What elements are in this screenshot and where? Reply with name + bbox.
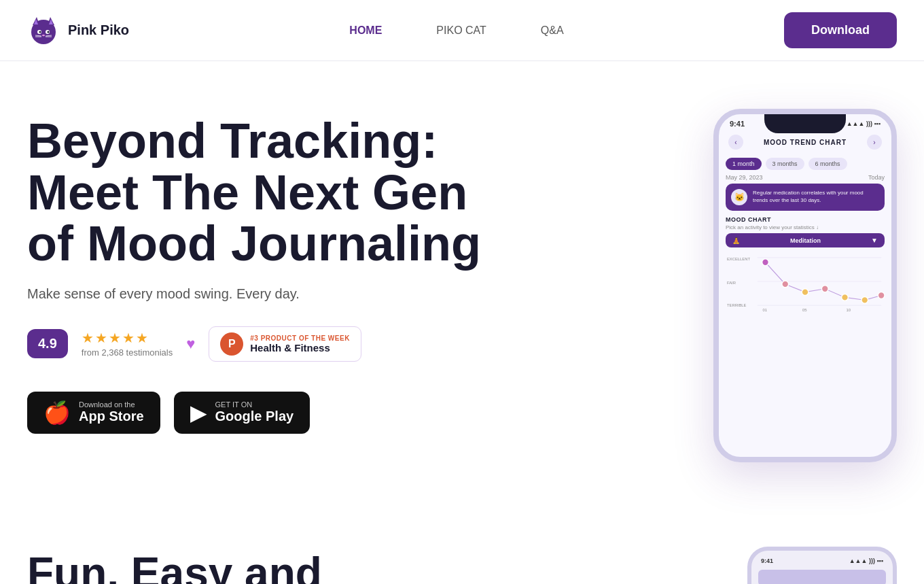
svg-point-26 — [878, 292, 885, 299]
svg-point-24 — [842, 294, 849, 301]
download-buttons: 🍎 Download on the App Store ▶ GET IT ON … — [27, 392, 481, 434]
nav-link-home[interactable]: HOME — [349, 24, 382, 37]
mood-trend-header: ‹ MOOD TREND CHART › — [726, 131, 885, 154]
product-hunt-logo: P — [220, 332, 243, 356]
svg-text:TERRIBLE: TERRIBLE — [727, 303, 747, 307]
hero-title: Beyond Tracking: Meet The Next Gen of Mo… — [27, 116, 481, 270]
date-from: May 29, 2023 — [726, 174, 763, 181]
phone-frame: 9:41 ▲▲▲ ))) ▪▪▪ ‹ MOOD TREND CHART › 1 … — [713, 109, 897, 462]
svg-text:FAIR: FAIR — [727, 281, 736, 285]
mood-trend-title: MOOD TREND CHART — [743, 139, 867, 146]
star-icons: ★★★★★ — [82, 330, 173, 346]
period-tab-6months[interactable]: 6 months — [808, 158, 847, 170]
svg-point-8 — [48, 31, 50, 33]
activity-text: Meditation — [790, 237, 821, 244]
insight-avatar: 🐱 — [731, 189, 747, 205]
phone-indicators: ▲▲▲ ))) ▪▪▪ — [847, 120, 881, 127]
bottom-phone-mockup: 9:41 ▲▲▲ ))) ▪▪▪ — [747, 547, 897, 584]
bottom-phone-status-bar: 9:41 ▲▲▲ ))) ▪▪▪ — [751, 551, 893, 567]
insight-text: Regular medication correlates with your … — [753, 189, 879, 204]
svg-text:EXCELLENT: EXCELLENT — [727, 257, 751, 261]
app-store-big-text: App Store — [79, 409, 144, 424]
google-play-button[interactable]: ▶ GET IT ON Google Play — [174, 392, 310, 434]
phone-notch — [764, 114, 846, 133]
rating-stars-group: ★★★★★ from 2,368 testimonials — [82, 330, 173, 358]
product-hunt-text: #3 PRODUCT OF THE WEEK Health & Fitness — [250, 334, 350, 354]
date-to: Today — [868, 174, 885, 181]
product-hunt-badge[interactable]: P #3 PRODUCT OF THE WEEK Health & Fitnes… — [209, 326, 361, 362]
mood-chart-label: MOOD CHART — [726, 216, 885, 223]
svg-point-7 — [39, 31, 41, 33]
mood-chart-area: EXCELLENT FAIR TERRIBLE — [726, 252, 885, 313]
nav-links: HOME PIKO CAT Q&A — [349, 24, 563, 37]
period-tab-3months[interactable]: 3 months — [766, 158, 804, 170]
svg-point-25 — [861, 296, 868, 303]
hero-subtitle: Make sense of every mood swing. Every da… — [27, 286, 481, 302]
activity-selector[interactable]: 🧘 Meditation ▼ — [726, 233, 885, 247]
phone-time: 9:41 — [730, 120, 745, 128]
bottom-section: Fun, Easy and Interactive Tracking 9:41 … — [0, 523, 924, 584]
bottom-phone-time: 9:41 — [761, 557, 773, 564]
svg-point-9 — [42, 34, 45, 35]
hero-phone-mockup: 9:41 ▲▲▲ ))) ▪▪▪ ‹ MOOD TREND CHART › 1 … — [713, 109, 897, 462]
apple-icon: 🍎 — [43, 400, 71, 426]
phone-content: ‹ MOOD TREND CHART › 1 month 3 months 6 … — [719, 128, 891, 315]
svg-text:10: 10 — [846, 308, 851, 312]
svg-text:01: 01 — [763, 308, 768, 312]
svg-point-22 — [802, 289, 808, 296]
nav-link-qa[interactable]: Q&A — [541, 24, 564, 37]
ph-category: Health & Fitness — [250, 342, 350, 354]
date-range: May 29, 2023 Today — [726, 174, 885, 181]
nav-logo[interactable]: Pink Piko — [27, 14, 129, 47]
app-store-small-text: Download on the — [79, 400, 144, 409]
google-play-icon: ▶ — [190, 400, 207, 426]
svg-text:05: 05 — [802, 308, 807, 312]
nav-link-pikocat[interactable]: PIKO CAT — [436, 24, 486, 37]
period-tabs: 1 month 3 months 6 months — [726, 158, 885, 170]
rating-count: from 2,368 testimonials — [82, 347, 173, 358]
cat-logo-icon — [27, 14, 60, 47]
svg-point-20 — [762, 259, 769, 266]
ph-label: #3 PRODUCT OF THE WEEK — [250, 334, 350, 342]
mood-chart-svg: EXCELLENT FAIR TERRIBLE — [726, 252, 885, 313]
google-play-small-text: GET IT ON — [215, 400, 294, 409]
nav-logo-text: Pink Piko — [68, 22, 129, 38]
prev-arrow-button[interactable]: ‹ — [728, 135, 743, 150]
mood-chart-sub: Pick an activity to view your statistics… — [726, 224, 885, 230]
google-play-big-text: Google Play — [215, 409, 294, 424]
bottom-phone-indicators: ▲▲▲ ))) ▪▪▪ — [849, 557, 883, 564]
heart-icon: ♥ — [186, 335, 195, 353]
svg-point-21 — [782, 281, 789, 288]
period-tab-1month[interactable]: 1 month — [726, 158, 762, 170]
activity-dropdown-icon: ▼ — [871, 237, 878, 244]
hero-left: Beyond Tracking: Meet The Next Gen of Mo… — [27, 102, 481, 461]
svg-point-23 — [821, 286, 828, 292]
hero-rating-row: 4.9 ★★★★★ from 2,368 testimonials ♥ P #3… — [27, 326, 481, 362]
hero-section: Beyond Tracking: Meet The Next Gen of Mo… — [0, 61, 924, 523]
nav-download-button[interactable]: Download — [784, 12, 897, 48]
bottom-phone-bar1 — [758, 570, 886, 584]
app-store-button[interactable]: 🍎 Download on the App Store — [27, 392, 160, 434]
next-arrow-button[interactable]: › — [867, 135, 882, 150]
insight-card: 🐱 Regular medication correlates with you… — [726, 184, 885, 211]
rating-score: 4.9 — [27, 329, 68, 358]
